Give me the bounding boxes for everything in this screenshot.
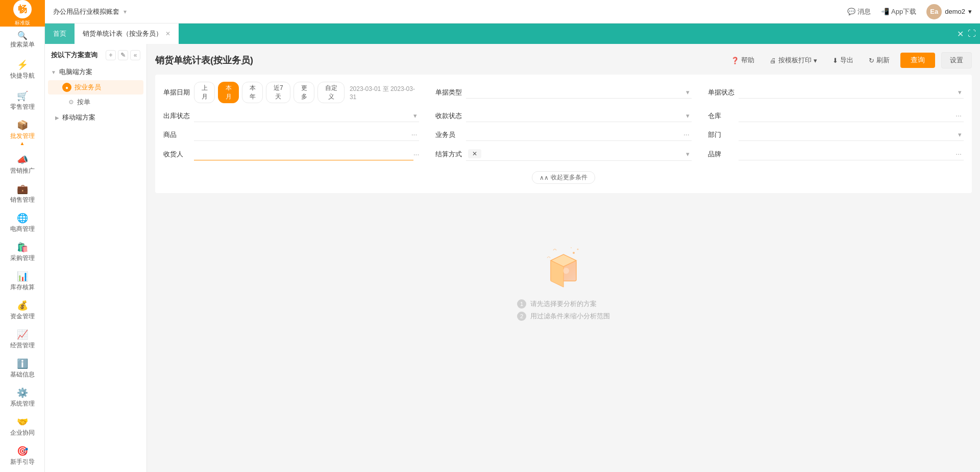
- sidebar-item-purchase[interactable]: 🛍️ 采购管理: [0, 238, 44, 267]
- out-status-dropdown-icon: ▾: [413, 112, 417, 120]
- receipt-status-select[interactable]: ▾: [466, 110, 691, 122]
- export-icon: ⬇: [832, 57, 838, 64]
- topbar-left: 办公用品行业模拟账套 ▾: [53, 7, 127, 16]
- brand-more-icon[interactable]: ···: [955, 150, 962, 158]
- date-last7-btn[interactable]: 近7天: [266, 82, 290, 103]
- tab-home[interactable]: 首页: [45, 23, 75, 44]
- brand-select[interactable]: ···: [739, 148, 964, 160]
- date-last-month-btn[interactable]: 上月: [194, 82, 215, 103]
- sidebar-item-wholesale[interactable]: 📦 批发管理 ▲: [0, 115, 44, 150]
- quicknav-icon: ⚡: [17, 59, 28, 70]
- hint-num-1: 1: [517, 299, 526, 309]
- right-panel: 销货单统计表(按业务员) ❓ 帮助 🖨 按模板打印 ▾ ⬇ 导出: [147, 44, 980, 472]
- date-more-btn[interactable]: 更多: [293, 82, 314, 103]
- doc-status-select[interactable]: ▾: [739, 86, 964, 99]
- sales-icon: 💼: [17, 183, 28, 195]
- finance-icon: 💰: [17, 300, 28, 311]
- receiver-input[interactable]: [194, 148, 413, 160]
- user-menu[interactable]: Ea demo2 ▾: [926, 4, 972, 19]
- salesman-filter-item: 业务员 ···: [435, 128, 691, 141]
- pc-group-arrow: ▼: [51, 69, 56, 75]
- receiver-more-icon[interactable]: ···: [413, 150, 420, 158]
- settlement-select[interactable]: ✕ ▾: [466, 147, 691, 161]
- settlement-tag-close[interactable]: ✕: [472, 150, 477, 157]
- page-actions: ❓ 帮助 🖨 按模板打印 ▾ ⬇ 导出 ↻ 刷新: [726, 52, 972, 68]
- app-download-btn[interactable]: 📲 App下载: [881, 7, 916, 16]
- collapse-btn[interactable]: ∧∧ 收起更多条件: [532, 171, 595, 184]
- sidebar-item-inventory[interactable]: 📊 库存核算: [0, 267, 44, 296]
- marketing-icon: 📣: [17, 154, 28, 166]
- sidebar-item-base[interactable]: ℹ️ 基础信息: [0, 354, 44, 383]
- download-icon: 📲: [881, 8, 889, 15]
- tab-close-icon[interactable]: ✕: [165, 30, 170, 37]
- dept-select[interactable]: ▾: [739, 129, 964, 141]
- warehouse-select[interactable]: ···: [739, 109, 964, 122]
- user-avatar: Ea: [926, 4, 942, 19]
- sidebar-item-operations[interactable]: 📈 经营管理: [0, 325, 44, 354]
- date-this-year-btn[interactable]: 本年: [242, 82, 263, 103]
- refresh-btn[interactable]: ↻ 刷新: [864, 53, 894, 67]
- content-area: 按以下方案查询 + ✎ « ▼ 电脑端方案 ● 按业务员 ⚙ 按单 ▶: [45, 44, 980, 472]
- sidebar-quick-nav[interactable]: ⚡ 快捷导航: [0, 55, 44, 84]
- sidebar-search[interactable]: 🔍 搜索菜单: [0, 27, 44, 53]
- warehouse-more-icon[interactable]: ···: [955, 111, 962, 120]
- collapse-panel-btn[interactable]: «: [130, 50, 140, 60]
- empty-hints: 1 请先选择要分析的方案 2 用过滤条件来缩小分析范围: [517, 299, 610, 321]
- warehouse-label: 仓库: [708, 111, 737, 121]
- settlement-tag: ✕: [468, 149, 481, 158]
- doc-type-filter-item: 单据类型 ▾: [435, 86, 691, 99]
- retail-icon: 🛒: [17, 90, 28, 102]
- message-btn[interactable]: 💬 消息: [847, 7, 871, 16]
- edit-scheme-btn[interactable]: ✎: [118, 50, 128, 60]
- sidebar-item-finance[interactable]: 💰 资金管理: [0, 296, 44, 325]
- help-btn[interactable]: ❓ 帮助: [726, 53, 759, 67]
- main-area: 办公用品行业模拟账套 ▾ 💬 消息 📲 App下载 Ea demo2 ▾ 首页 …: [45, 0, 980, 472]
- salesman-select[interactable]: ···: [466, 128, 691, 141]
- refresh-icon: ↻: [869, 57, 874, 64]
- print-btn[interactable]: 🖨 按模板打印 ▾: [765, 53, 822, 67]
- salesman-more-icon[interactable]: ···: [683, 130, 690, 138]
- topbar: 办公用品行业模拟账套 ▾ 💬 消息 📲 App下载 Ea demo2 ▾: [45, 0, 980, 23]
- add-scheme-btn[interactable]: +: [106, 50, 116, 60]
- user-dropdown-icon: ▾: [968, 8, 972, 15]
- sidebar-item-retail[interactable]: 🛒 零售管理: [0, 86, 44, 115]
- receiver-filter-item: 收货人 ···: [163, 148, 419, 160]
- system-icon: ⚙️: [17, 387, 28, 398]
- receipt-status-filter-item: 收款状态 ▾: [435, 110, 691, 122]
- scheme-by-order[interactable]: ⚙ 按单: [48, 95, 143, 109]
- mobile-schemes-group[interactable]: ▶ 移动端方案: [45, 110, 146, 125]
- logo-subtext: 标准版: [15, 19, 30, 27]
- scheme-by-salesman[interactable]: ● 按业务员: [48, 80, 143, 95]
- sidebar-item-newbie[interactable]: 🎯 新手引导: [0, 441, 44, 470]
- receipt-status-dropdown-icon: ▾: [686, 112, 690, 120]
- doc-status-dropdown-icon: ▾: [958, 88, 962, 96]
- sidebar-item-corp[interactable]: 🤝 企业协同: [0, 412, 44, 441]
- date-range-text: 2023-03-01 至 2023-03-31: [350, 85, 419, 101]
- operations-icon: 📈: [17, 329, 28, 340]
- tab-expand-icon[interactable]: ⛶: [968, 29, 976, 38]
- empty-illustration: [538, 240, 589, 291]
- date-custom-btn[interactable]: 自定义: [317, 82, 345, 103]
- svg-point-6: [571, 247, 572, 248]
- tab-sales-stat[interactable]: 销货单统计表（按业务员） ✕: [75, 23, 179, 44]
- pc-schemes-group[interactable]: ▼ 电脑端方案: [45, 64, 146, 80]
- svg-point-4: [573, 252, 575, 254]
- account-dropdown[interactable]: ▾: [124, 8, 127, 15]
- export-btn[interactable]: ⬇ 导出: [828, 53, 858, 67]
- wholesale-icon: 📦: [17, 120, 28, 131]
- sidebar-item-ecommerce[interactable]: 🌐 电商管理: [0, 208, 44, 238]
- doc-type-select[interactable]: ▾: [466, 86, 691, 99]
- tab-close-all-icon[interactable]: ✕: [957, 29, 964, 39]
- base-icon: ℹ️: [17, 358, 28, 369]
- sidebar-item-marketing[interactable]: 📣 营销推广: [0, 150, 44, 179]
- goods-select[interactable]: ···: [194, 128, 419, 141]
- date-this-month-btn[interactable]: 本月: [218, 82, 239, 103]
- goods-more-icon[interactable]: ···: [411, 130, 418, 138]
- sidebar-item-sales[interactable]: 💼 销售管理: [0, 179, 44, 208]
- goods-filter-item: 商品 ···: [163, 128, 419, 141]
- sidebar-item-system[interactable]: ⚙️ 系统管理: [0, 383, 44, 412]
- out-status-select[interactable]: ▾: [194, 110, 419, 122]
- query-btn[interactable]: 查询: [900, 53, 935, 68]
- settings-btn[interactable]: 设置: [941, 52, 972, 68]
- dept-dropdown-icon: ▾: [958, 131, 962, 138]
